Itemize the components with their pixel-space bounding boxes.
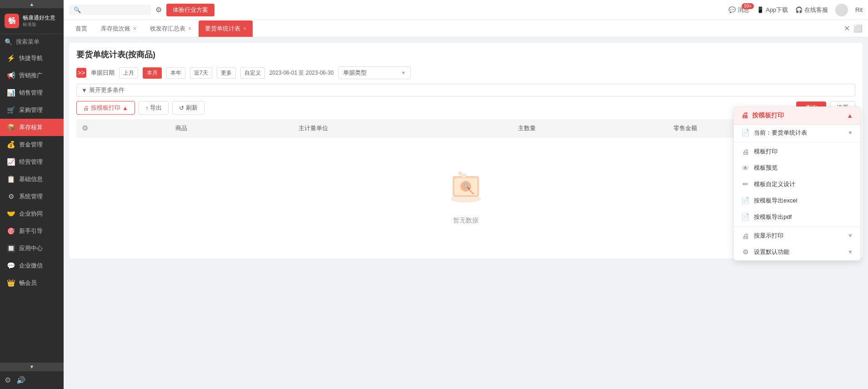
date-btn-shangyue[interactable]: 上月 [119,67,138,79]
type-filter-label: 单据类型 [343,69,367,77]
tab-shoufa-huizong-close[interactable]: × [188,25,191,32]
tab-shoufa-huizong[interactable]: 收发存汇总表 × [144,20,198,37]
sidebar-item-label: 库存核算 [19,123,43,131]
th-gear[interactable]: ⚙ [76,119,170,137]
date-btn-bennian[interactable]: 本年 [166,67,185,79]
settings-icon[interactable]: ⚙ [5,376,11,384]
app-download[interactable]: 📱 App下载 [757,6,788,14]
trial-button[interactable]: 体验行业方案 [166,4,215,16]
sidebar-item-xitong[interactable]: ⚙ 系统管理 [0,188,64,205]
dropdown-header-arrow[interactable]: ▲ [847,112,853,119]
template-preview-label: 模板预览 [754,164,778,172]
template-pdf-icon: 📄 [741,213,749,221]
tab-yaohuo-tongji[interactable]: 要货单统计表 × [199,20,253,37]
dropdown-divider-1 [734,142,860,142]
sidebar-item-yingyong[interactable]: 🔲 应用中心 [0,240,64,257]
print-icon: 🖨 [83,105,89,111]
date-range-display: 2023-06-01 至 2023-06-30 [269,69,334,77]
sidebar-item-xiaoshou[interactable]: 📊 销售管理 [0,84,64,101]
sidebar-search[interactable]: 🔍 搜索菜单 [0,34,64,50]
sidebar-item-huiyuan[interactable]: 👑 畅会员 [0,274,64,292]
th-quantity: 主数量 [513,119,668,137]
sidebar-item-label: 采购管理 [19,106,43,114]
topbar-search-icon: 🔍 [74,6,81,13]
sidebar-item-xinshou[interactable]: 🎯 新手引导 [0,222,64,240]
sidebar-item-label: 企业协同 [19,210,43,218]
dropdown-item-template-pdf[interactable]: 📄 按模板导出pdf [734,209,860,225]
date-btn-gengduo[interactable]: 更多 [217,67,236,79]
sidebar-item-jingying[interactable]: 📈 经营管理 [0,153,64,171]
xinshou-icon: 🎯 [6,227,15,235]
sidebar-item-label: 系统管理 [19,192,43,201]
sidebar-item-weixin[interactable]: 💬 企业微信 [0,257,64,274]
topbar: 🔍 ⚙ 体验行业方案 💬 消息 99+ 📱 App下载 🎧 在线客服 Rit [64,0,868,20]
type-filter-select[interactable]: 单据类型 ▼ [338,66,411,79]
window-close-btn[interactable]: ✕ [844,24,850,33]
set-default-label: 设置默认功能 [754,248,789,256]
app-logo-icon: 畅 [5,14,19,28]
date-btn-benyue[interactable]: 本月 [143,67,162,79]
sidebar-item-kuaijie[interactable]: ⚡ 快捷导航 [0,50,64,67]
sidebar-item-jichu[interactable]: 📋 基础信息 [0,171,64,188]
app-version: 标准版 [23,21,55,28]
column-settings-icon[interactable]: ⚙ [82,124,88,132]
dropdown-item-template-excel[interactable]: 📄 按模板导出excel [734,192,860,209]
print-label: 按模板打印 [91,104,120,112]
messages-badge[interactable]: 💬 消息 99+ [728,6,749,14]
sidebar-item-kucun[interactable]: 📦 库存核算 [0,119,64,136]
dropdown-header[interactable]: 🖨 按模板打印 ▲ [734,107,860,125]
dropdown-item-display-print[interactable]: 🖨 按显示打印 ▼ [734,227,860,244]
filter-expand-button[interactable]: >> [76,68,86,78]
user-avatar[interactable] [835,4,848,16]
print-button[interactable]: 🖨 按模板打印 ▲ [76,101,135,115]
current-template-icon: 📄 [741,129,749,137]
tab-yaohuo-tongji-close[interactable]: × [243,25,246,32]
dropdown-item-template-print[interactable]: 🖨 模板打印 [734,143,860,160]
dropdown-item-current[interactable]: 📄 当前：要货单统计表 ▼ [734,125,860,141]
xiaoshou-icon: 📊 [6,89,15,97]
topbar-right: 💬 消息 99+ 📱 App下载 🎧 在线客服 Rit [728,4,863,16]
app-name: 畅康通好生意 [23,14,55,22]
tab-kucun-pizhi-close[interactable]: × [133,25,136,32]
zijin-icon: 💰 [6,141,15,149]
tab-kucun-pizhi[interactable]: 库存批次账 × [95,20,143,37]
sidebar-item-label: 基础信息 [19,175,43,183]
sidebar-search-label: 搜索菜单 [16,38,40,46]
sidebar-nav: ⚡ 快捷导航 📢 营销推广 📊 销售管理 🛒 采购管理 📦 库存核算 💰 资金管… [0,50,64,363]
dropdown-divider-2 [734,226,860,227]
dropdown-menu: 🖨 按模板打印 ▲ 📄 当前：要货单统计表 ▼ 🖨 模板打印 👁 模板预览 ✏ … [733,106,861,261]
sound-icon[interactable]: 🔊 [16,376,25,384]
sidebar-item-label: 资金管理 [19,141,43,149]
svg-text:🔍: 🔍 [464,183,470,190]
online-service[interactable]: 🎧 在线客服 [795,6,828,14]
sidebar-item-caigou[interactable]: 🛒 采购管理 [0,101,64,119]
display-print-icon: 🖨 [741,232,749,240]
dropdown-item-set-default[interactable]: ⚙ 设置默认功能 ▼ [734,244,860,260]
date-btn-zidingyi[interactable]: 自定义 [240,67,265,79]
template-print-label: 模板打印 [754,147,778,156]
sidebar-item-qiye[interactable]: 🤝 企业协同 [0,205,64,222]
topbar-gear-icon[interactable]: ⚙ [155,5,162,14]
expand-more-button[interactable]: ▼ 展开更多条件 [76,84,855,96]
sidebar-scroll-down[interactable]: ▼ [0,363,64,371]
sidebar-scroll-up[interactable]: ▲ [0,0,64,8]
sidebar-item-yingxiao[interactable]: 📢 营销推广 [0,67,64,84]
topbar-search[interactable]: 🔍 [69,5,151,15]
date-btn-jin7tian[interactable]: 近7天 [190,67,212,79]
content-area: 要货单统计表(按商品) >> 单据日期 上月 本月 本年 近7天 更多 自定义 … [64,37,868,389]
app-download-label: App下载 [766,6,788,14]
tab-home[interactable]: 首页 [69,20,94,37]
sidebar-footer: ⚙ 🔊 [0,371,64,389]
refresh-button[interactable]: ↺ 刷新 [172,101,205,115]
template-excel-icon: 📄 [741,197,749,205]
window-maximize-btn[interactable]: ⬜ [853,24,863,33]
template-print-icon: 🖨 [741,148,749,156]
dropdown-item-template-preview[interactable]: 👁 模板预览 [734,160,860,176]
set-default-arrow: ▼ [848,249,853,255]
dropdown-item-template-custom[interactable]: ✏ 模板自定义设计 [734,176,860,192]
refresh-icon: ↺ [179,105,184,111]
kucun-icon: 📦 [6,123,15,131]
sidebar-item-zijin[interactable]: 💰 资金管理 [0,136,64,153]
export-button[interactable]: ↑ 导出 [139,101,169,115]
yingyong-icon: 🔲 [6,244,15,253]
